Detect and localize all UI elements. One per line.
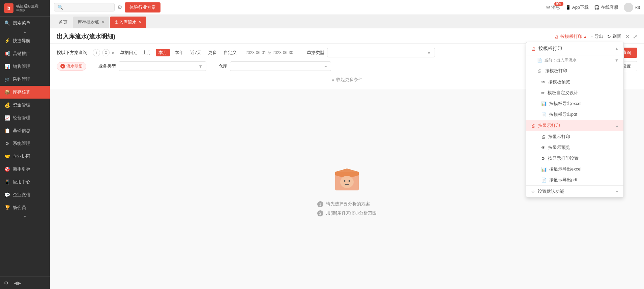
sidebar-item-member[interactable]: 🏆 畅会员 xyxy=(0,201,50,214)
display-settings-icon: ⚙ xyxy=(541,156,545,161)
date-btn-custom[interactable]: 自定义 xyxy=(222,49,239,56)
settings-icon[interactable]: ⚙ xyxy=(4,280,8,286)
refresh-btn[interactable]: ↻ 刷新 xyxy=(607,33,621,40)
topbar-gear-icon[interactable]: ⚙ xyxy=(117,4,122,10)
headset-icon: 🎧 xyxy=(594,5,599,10)
business-type-label: 业务类型 xyxy=(98,63,116,69)
dropdown-collapse-icon[interactable]: ▲ xyxy=(615,46,619,51)
sidebar-item-marketing[interactable]: 📢 营销推广 xyxy=(0,47,50,60)
doc-type-value xyxy=(331,50,335,56)
topbar-search-box[interactable]: 🔍 xyxy=(54,3,115,11)
page-header: 出入库流水(流水明细) 🖨 按模板打印 ▲ ↑ 导出 ↻ 刷新 ✕ xyxy=(50,28,644,44)
dropdown-display-preview[interactable]: 👁 按显示预览 xyxy=(526,142,623,153)
member-icon: 🏆 xyxy=(4,205,10,210)
dropdown-display-print-settings[interactable]: ⚙ 按显示打印设置 xyxy=(526,153,623,164)
date-btn-last-month[interactable]: 上月 xyxy=(140,49,153,56)
warehouse-select[interactable]: ··· xyxy=(230,61,331,71)
dropdown-set-default[interactable]: ☆ 设置默认功能 ▼ xyxy=(526,185,623,197)
display-print-icon: 🖨 xyxy=(541,134,546,139)
message-icon: ✉ xyxy=(546,5,550,10)
svg-point-4 xyxy=(340,176,354,188)
sidebar-item-sales[interactable]: 📊 销售管理 xyxy=(0,60,50,73)
tab-in-out-flow-close[interactable]: ✕ xyxy=(139,20,142,25)
tab-in-out-flow[interactable]: 出入库流水 ✕ xyxy=(110,17,146,28)
search-icon: 🔍 xyxy=(4,20,10,26)
template-custom-icon: ✏ xyxy=(541,90,545,96)
scroll-down-arrow[interactable]: ▼ xyxy=(23,215,27,218)
collapse-icon: ∧ xyxy=(331,77,335,82)
tab-batch-account[interactable]: 库存批次账 ✕ xyxy=(73,17,109,28)
operation-icon: 📈 xyxy=(4,115,10,121)
sidebar-item-app-center[interactable]: 📱 应用中心 xyxy=(0,176,50,188)
online-service-btn[interactable]: 🎧 在线客服 xyxy=(594,4,618,10)
sidebar-item-cooperation[interactable]: 🤝 企业协同 xyxy=(0,150,50,163)
topbar-left: 🔍 ⚙ 体验行业方案 xyxy=(54,2,544,12)
date-btn-this-year[interactable]: 本年 xyxy=(173,49,185,56)
app-download-btn[interactable]: 📱 App下载 xyxy=(565,4,589,10)
date-filter: 单据日期 上月 本月 本年 近7天 更多 自定义 xyxy=(120,49,239,56)
export-icon: ↑ xyxy=(591,34,593,39)
guide-icon: 🎯 xyxy=(4,166,10,172)
filter-add-btn[interactable]: + xyxy=(93,49,100,56)
collapse-sidebar-icon[interactable]: ◀▶ xyxy=(14,280,21,286)
sidebar-item-purchase[interactable]: 🛒 采购管理 xyxy=(0,73,50,86)
dropdown-display-export-excel[interactable]: 📊 按显示导出excel xyxy=(526,164,623,175)
doc-type-label: 单据类型 xyxy=(307,50,324,56)
warehouse-more-icon: ··· xyxy=(323,63,327,69)
dropdown-display-print[interactable]: 🖨 按显示打印 xyxy=(526,131,623,142)
dropdown-display-export-pdf[interactable]: 📄 按显示导出pdf xyxy=(526,175,623,185)
dropdown-template-print[interactable]: 🖨 按模板打印 xyxy=(526,65,623,77)
dropdown-template-export-excel[interactable]: 📊 按模板导出excel xyxy=(526,98,623,109)
topbar: 🔍 ⚙ 体验行业方案 ✉ 消息 99+ 📱 App下载 🎧 在线客服 Ri xyxy=(50,0,644,15)
date-btn-this-month[interactable]: 本月 xyxy=(156,49,170,56)
sidebar-item-inventory[interactable]: 📦 库存核算 xyxy=(0,86,50,99)
user-avatar-area[interactable]: Rit xyxy=(624,3,640,12)
app-name: 畅捷通好生意 标准版 xyxy=(16,4,38,12)
sidebar-search[interactable]: 🔍 搜索菜单 xyxy=(0,17,50,29)
step-1-num: 1 xyxy=(317,201,323,207)
doc-type-select[interactable]: ▼ xyxy=(327,48,435,57)
trial-btn[interactable]: 体验行业方案 xyxy=(125,2,160,12)
date-btn-more[interactable]: 更多 xyxy=(206,49,219,56)
close-panel-icon[interactable]: ✕ xyxy=(625,33,630,40)
current-arrow-icon: ▼ xyxy=(615,58,619,63)
sidebar-item-system[interactable]: ⚙ 系统管理 xyxy=(0,137,50,150)
export-btn[interactable]: ↑ 导出 xyxy=(591,33,604,40)
scroll-up-arrow[interactable]: ▲ xyxy=(23,30,27,34)
set-default-icon: ☆ xyxy=(531,189,535,194)
expand-icon[interactable]: ⤢ xyxy=(633,33,637,40)
print-template-btn[interactable]: 🖨 按模板打印 ▲ xyxy=(555,33,587,40)
date-btn-7days[interactable]: 近7天 xyxy=(188,49,203,56)
empty-step-1: 1 请先选择要分析的方案 xyxy=(317,201,377,207)
avatar xyxy=(624,3,633,12)
dropdown-display-print-section[interactable]: 🖨 按显示打印 ▲ xyxy=(526,120,623,131)
svg-text:●: ● xyxy=(62,65,63,68)
flow-detail-tag[interactable]: ● 流水明细 xyxy=(57,62,86,71)
sidebar-item-quick-nav[interactable]: ⚡ 快捷导航 xyxy=(0,34,50,47)
filter-settings-btn[interactable]: ⚙ xyxy=(102,49,110,56)
refresh-icon: ↻ xyxy=(607,34,611,39)
sidebar-item-finance[interactable]: 💰 资金管理 xyxy=(0,99,50,111)
window-controls: ✕ ⤢ xyxy=(625,33,637,40)
sidebar-item-operation[interactable]: 📈 经营管理 xyxy=(0,111,50,124)
business-type-value xyxy=(122,63,127,69)
message-btn[interactable]: ✉ 消息 99+ xyxy=(546,4,560,10)
main-content: 🔍 ⚙ 体验行业方案 ✉ 消息 99+ 📱 App下载 🎧 在线客服 Ri xyxy=(50,0,644,289)
dropdown-template-preview[interactable]: 👁 按模板预览 xyxy=(526,77,623,87)
filter-collapse-btn[interactable]: « xyxy=(112,50,115,56)
dropdown-template-custom[interactable]: ✏ 模板自定义设计 xyxy=(526,87,623,98)
business-type-select[interactable]: ▼ xyxy=(119,61,206,71)
display-pdf-icon: 📄 xyxy=(541,178,547,183)
page-actions: 🖨 按模板打印 ▲ ↑ 导出 ↻ 刷新 ✕ ⤢ xyxy=(555,33,637,40)
tab-batch-account-close[interactable]: ✕ xyxy=(101,20,105,25)
warehouse-value xyxy=(234,63,238,69)
sidebar: b 畅捷通好生意 标准版 🔍 搜索菜单 ▲ ⚡ 快捷导航 📢 营销推广 📊 销售… xyxy=(0,0,50,289)
sidebar-item-guide[interactable]: 🎯 新手引导 xyxy=(0,163,50,176)
dropdown-template-export-pdf[interactable]: 📄 按模板导出pdf xyxy=(526,109,623,120)
svg-point-6 xyxy=(349,180,350,182)
sidebar-item-basic-info[interactable]: 📋 基础信息 xyxy=(0,124,50,137)
date-range: 2023-06-01 至 2023-06-30 xyxy=(245,50,293,56)
tab-home[interactable]: 首页 xyxy=(54,17,72,28)
topbar-search-input[interactable] xyxy=(65,5,99,10)
sidebar-item-wechat[interactable]: 💬 企业微信 xyxy=(0,188,50,201)
